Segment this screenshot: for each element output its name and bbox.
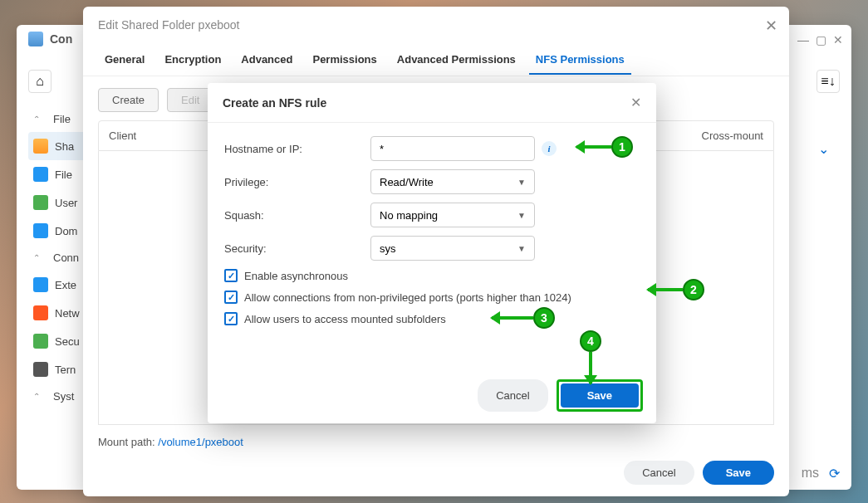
privilege-row: Privilege: Read/Write▼	[224, 169, 640, 194]
async-label: Enable asynchronous	[244, 270, 348, 282]
create-button[interactable]: Create	[98, 88, 159, 112]
chevron-up-icon: ⌃	[33, 392, 43, 402]
security-label: Security:	[224, 242, 370, 255]
chevron-down-icon[interactable]: ⌄	[807, 125, 840, 173]
dialog-footer: Cancel Save	[478, 379, 643, 412]
shield-icon	[33, 334, 48, 349]
async-checkbox[interactable]: ✓	[224, 269, 238, 282]
folder-icon	[33, 139, 48, 154]
right-panel: ⌄	[807, 125, 840, 423]
chevron-down-icon: ▼	[517, 178, 526, 187]
sidebar-label: Conn	[53, 252, 79, 264]
terminal-icon	[33, 362, 48, 377]
tab-encryption[interactable]: Encryption	[158, 45, 228, 74]
sidebar-label: File	[53, 113, 71, 125]
sidebar-label: Tern	[55, 364, 76, 376]
sidebar-label: User	[55, 197, 77, 209]
close-icon[interactable]: ✕	[765, 17, 777, 35]
window-controls: — ▢ ✕	[797, 33, 843, 46]
network-icon	[33, 305, 48, 320]
sidebar-label: Dom	[55, 225, 77, 237]
subfolders-row: ✓ Allow users to access mounted subfolde…	[224, 312, 640, 325]
tab-nfs-permissions[interactable]: NFS Permissions	[529, 45, 631, 74]
tab-permissions[interactable]: Permissions	[306, 45, 383, 74]
privilege-select[interactable]: Read/Write▼	[370, 169, 535, 194]
control-panel-icon	[28, 32, 43, 46]
create-nfs-rule-dialog: Create an NFS rule ✕ Hostname or IP: i P…	[208, 83, 656, 423]
sidebar-label: Syst	[53, 390, 74, 403]
sidebar-label: Netw	[55, 307, 80, 320]
home-button[interactable]: ⌂	[28, 70, 51, 93]
address-bar: ⌂	[28, 70, 51, 93]
user-icon	[33, 195, 48, 210]
cancel-button[interactable]: Cancel	[478, 379, 547, 412]
mount-path-row: Mount path: /volume1/pxeboot	[98, 436, 243, 448]
cancel-button[interactable]: Cancel	[624, 461, 694, 485]
col-crossmount: Cross-mount	[680, 129, 763, 142]
tabs: General Encryption Advanced Permissions …	[83, 43, 789, 76]
dialog-title: Edit Shared Folder pxeboot	[83, 7, 789, 43]
privilege-label: Privilege:	[224, 176, 370, 188]
tab-advanced-permissions[interactable]: Advanced Permissions	[390, 45, 522, 74]
sidebar-label: File	[55, 168, 72, 181]
subfolders-label: Allow users to access mounted subfolders	[244, 313, 446, 325]
close-icon[interactable]: ✕	[630, 95, 641, 110]
minimize-icon[interactable]: —	[797, 33, 809, 46]
squash-select[interactable]: No mapping▼	[370, 203, 535, 227]
dialog-body: Hostname or IP: i Privilege: Read/Write▼…	[208, 123, 656, 340]
security-value: sys	[380, 242, 396, 255]
hostname-input[interactable]	[370, 136, 535, 161]
async-row: ✓ Enable asynchronous	[224, 269, 640, 282]
reload-icon[interactable]: ⟳	[829, 466, 840, 481]
chevron-down-icon: ▼	[517, 244, 526, 253]
squash-label: Squash:	[224, 209, 370, 222]
sidebar-label: Secu	[55, 335, 80, 348]
squash-value: No mapping	[380, 209, 438, 222]
info-icon[interactable]: i	[542, 141, 557, 156]
save-button[interactable]: Save	[561, 383, 639, 408]
window-title: Con	[50, 32, 72, 46]
dialog-footer: Cancel Save	[624, 461, 774, 485]
privilege-value: Read/Write	[380, 176, 434, 188]
external-icon	[33, 277, 48, 292]
nonpriv-row: ✓ Allow connections from non-privileged …	[224, 291, 640, 304]
file-icon	[33, 167, 48, 182]
sort-button[interactable]: ≡↓	[817, 70, 840, 93]
mount-path: /volume1/pxeboot	[158, 436, 243, 448]
window-title-row: Con	[28, 32, 72, 46]
domain-icon	[33, 223, 48, 238]
mount-label: Mount path:	[98, 436, 155, 448]
tab-advanced[interactable]: Advanced	[234, 45, 299, 74]
security-row: Security: sys▼	[224, 236, 640, 261]
dialog-header: Create an NFS rule ✕	[208, 83, 656, 123]
nonpriv-checkbox[interactable]: ✓	[224, 291, 238, 304]
maximize-icon[interactable]: ▢	[816, 33, 826, 46]
chevron-down-icon: ▼	[517, 211, 526, 220]
sidebar-label: Sha	[55, 140, 74, 153]
squash-row: Squash: No mapping▼	[224, 203, 640, 227]
status-label: ms	[802, 466, 819, 481]
close-icon[interactable]: ✕	[833, 33, 843, 46]
tab-general[interactable]: General	[98, 45, 151, 74]
hostname-row: Hostname or IP: i	[224, 136, 640, 161]
chevron-up-icon: ⌃	[33, 115, 43, 125]
edit-button: Edit	[167, 88, 213, 112]
subfolders-checkbox[interactable]: ✓	[224, 312, 238, 325]
nonpriv-label: Allow connections from non-privileged po…	[244, 291, 571, 304]
security-select[interactable]: sys▼	[370, 236, 535, 261]
bottom-status: ms ⟳	[802, 466, 840, 481]
save-button[interactable]: Save	[703, 461, 774, 485]
chevron-up-icon: ⌃	[33, 253, 43, 263]
sidebar-label: Exte	[55, 279, 76, 291]
dialog-title: Create an NFS rule	[223, 96, 326, 110]
save-highlight: Save	[557, 379, 643, 412]
hostname-label: Hostname or IP:	[224, 143, 370, 155]
